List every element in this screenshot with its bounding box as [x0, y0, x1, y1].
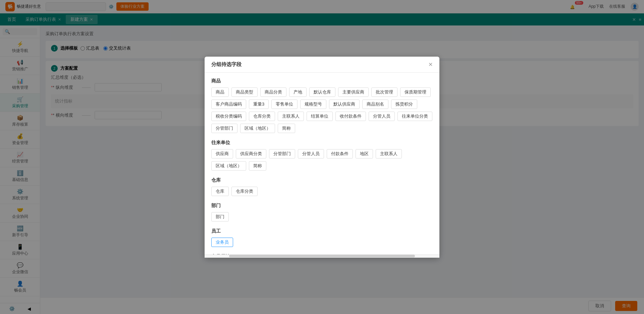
- field-tag[interactable]: 拣货积分: [391, 100, 417, 109]
- field-tag[interactable]: 保质期管理: [400, 87, 431, 97]
- modal-horizontal-scrollbar[interactable]: [205, 254, 439, 258]
- section-partner-fields: 供应商 供应商分类 分管部门 分管人员 付款条件 地区 主联系人 区域（地区） …: [211, 149, 433, 171]
- field-tag[interactable]: 往来单位分类: [397, 112, 432, 121]
- field-tag[interactable]: 主联系人: [278, 112, 304, 121]
- section-warehouse-fields: 仓库 仓库分类: [211, 187, 433, 196]
- field-tag[interactable]: 税收分类编码: [211, 112, 246, 121]
- field-tag[interactable]: 仓库: [211, 187, 229, 196]
- field-tag[interactable]: 规格型号: [300, 100, 326, 109]
- field-tag[interactable]: 地区: [356, 149, 373, 159]
- field-tag[interactable]: 商品分类: [260, 87, 286, 97]
- section-warehouse: 仓库 仓库 仓库分类: [211, 177, 433, 196]
- field-tag[interactable]: 简称: [278, 124, 295, 133]
- field-tag[interactable]: 商品类型: [231, 87, 258, 97]
- modal-body[interactable]: 商品 商品 商品类型 商品分类 产地 默认仓库 主要供应商 批次管理 保质期管理…: [205, 73, 439, 254]
- field-tag[interactable]: 默认供应商: [329, 100, 360, 109]
- section-department-title: 部门: [211, 203, 433, 209]
- field-tag[interactable]: 客户商品编码: [211, 100, 246, 109]
- modal-close-button[interactable]: ✕: [428, 61, 433, 68]
- field-tag[interactable]: 结算单位: [307, 112, 333, 121]
- field-tag[interactable]: 简称: [249, 161, 266, 171]
- field-tag[interactable]: 仓库分类: [249, 112, 275, 121]
- modal-dialog: 分组待选字段 ✕ 商品 商品 商品类型 商品分类 产地 默认仓库 主要供应商 批…: [205, 57, 439, 258]
- field-tag[interactable]: 业务员: [211, 238, 233, 247]
- field-tag[interactable]: 产地: [289, 87, 307, 97]
- section-partner: 往来单位 供应商 供应商分类 分管部门 分管人员 付款条件 地区 主联系人 区域…: [211, 140, 433, 171]
- field-tag[interactable]: 商品别名: [362, 100, 388, 109]
- field-tag[interactable]: 主联系人: [376, 149, 402, 159]
- section-partner-title: 往来单位: [211, 140, 433, 146]
- field-tag[interactable]: 商品: [211, 87, 229, 97]
- field-tag[interactable]: 批次管理: [371, 87, 397, 97]
- field-tag[interactable]: 主要供应商: [338, 87, 369, 97]
- field-tag[interactable]: 重量3: [249, 100, 269, 109]
- field-tag[interactable]: 供应商分类: [236, 149, 266, 159]
- field-tag[interactable]: 零售单位: [271, 100, 298, 109]
- modal-overlay: 分组待选字段 ✕ 商品 商品 商品类型 商品分类 产地 默认仓库 主要供应商 批…: [0, 0, 644, 314]
- field-tag[interactable]: 分管人员: [298, 149, 324, 159]
- field-tag[interactable]: 区域（地区）: [211, 161, 246, 171]
- section-employee-fields: 业务员: [211, 238, 433, 247]
- section-employee: 员工 业务员: [211, 228, 433, 247]
- field-tag[interactable]: 部门: [211, 212, 229, 222]
- modal-title: 分组待选字段: [211, 61, 241, 68]
- field-tag[interactable]: 默认仓库: [309, 87, 335, 97]
- field-tag[interactable]: 分管部门: [269, 149, 295, 159]
- section-employee-title: 员工: [211, 228, 433, 234]
- modal-header: 分组待选字段 ✕: [205, 57, 439, 73]
- field-tag[interactable]: 供应商: [211, 149, 233, 159]
- field-tag[interactable]: 分管部门: [211, 124, 237, 133]
- field-tag[interactable]: 付款条件: [327, 149, 353, 159]
- section-product-fields: 商品 商品类型 商品分类 产地 默认仓库 主要供应商 批次管理 保质期管理 客户…: [211, 87, 433, 133]
- section-product: 商品 商品 商品类型 商品分类 产地 默认仓库 主要供应商 批次管理 保质期管理…: [211, 78, 433, 133]
- field-tag[interactable]: 区域（地区）: [240, 124, 275, 133]
- section-product-title: 商品: [211, 78, 433, 84]
- field-tag[interactable]: 分管人员: [369, 112, 395, 121]
- section-warehouse-title: 仓库: [211, 177, 433, 183]
- section-department: 部门 部门: [211, 203, 433, 222]
- section-department-fields: 部门: [211, 212, 433, 222]
- field-tag[interactable]: 收付款条件: [335, 112, 366, 121]
- field-tag[interactable]: 仓库分类: [231, 187, 258, 196]
